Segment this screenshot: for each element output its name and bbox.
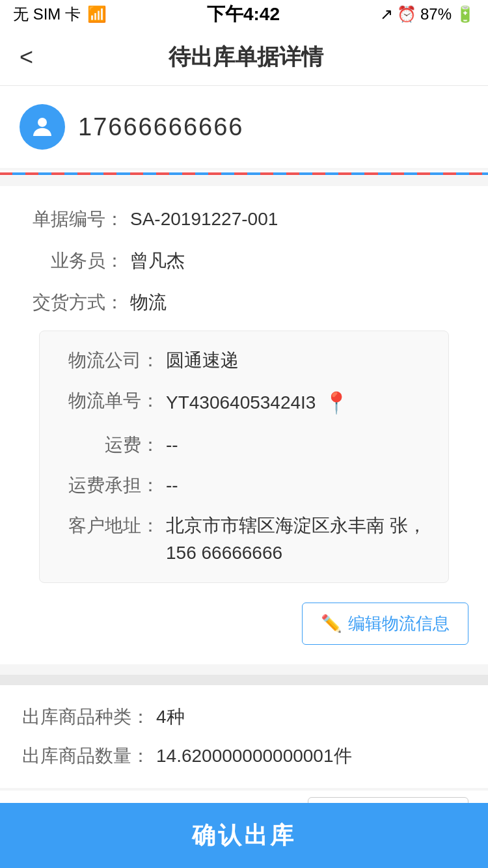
logistics-address-value: 北京市市辖区海淀区永丰南 张，156 66666666 <box>159 512 433 567</box>
edit-btn-row: ✏️ 编辑物流信息 <box>20 596 468 645</box>
status-bar: 无 SIM 卡 📶 下午4:42 ↗ ⏰ 87% 🔋 <box>0 0 488 29</box>
section-divider <box>0 675 488 685</box>
edit-icon: ✏️ <box>321 614 342 634</box>
edit-btn-label: 编辑物流信息 <box>348 612 450 635</box>
sales-person-row: 业务员： 曾凡杰 <box>20 247 468 275</box>
nav-bar: < 待出库单据详情 <box>0 29 488 86</box>
carrier-text: 无 SIM 卡 <box>13 4 81 25</box>
logistics-tracking-label: 物流单号： <box>55 387 159 414</box>
delivery-method-value: 物流 <box>124 289 468 316</box>
battery-text: 87% <box>420 5 452 23</box>
logistics-freight-value: -- <box>159 431 433 459</box>
alarm-icon: ⏰ <box>397 5 416 23</box>
goods-types-value: 4种 <box>150 705 185 729</box>
goods-quantity-value: 14.620000000000001件 <box>150 744 352 768</box>
logistics-address-label: 客户地址： <box>55 512 159 539</box>
logistics-address-row: 客户地址： 北京市市辖区海淀区永丰南 张，156 66666666 <box>55 512 433 567</box>
document-no-label: 单据编号： <box>20 206 124 233</box>
delivery-method-label: 交货方式： <box>20 289 124 316</box>
status-time: 下午4:42 <box>207 2 280 27</box>
page-title: 待出库单据详情 <box>46 42 445 72</box>
user-phone: 17666666666 <box>78 113 243 141</box>
goods-types-label: 出库商品种类： <box>20 705 150 729</box>
tracking-number-text: YT43064053424I3 <box>166 389 316 416</box>
logistics-freight-bearer-label: 运费承担： <box>55 472 159 499</box>
goods-section: 出库商品种类： 4种 出库商品数量： 14.620000000000001件 <box>0 685 488 788</box>
logistics-card: 物流公司： 圆通速递 物流单号： YT43064053424I3 📍 运费： -… <box>39 331 449 583</box>
status-right: ↗ ⏰ 87% 🔋 <box>380 5 475 23</box>
logistics-company-label: 物流公司： <box>55 347 159 374</box>
wifi-icon: 📶 <box>87 5 107 23</box>
document-no-value: SA-20191227-001 <box>124 206 468 233</box>
logistics-freight-bearer-row: 运费承担： -- <box>55 472 433 499</box>
user-section: 17666666666 <box>0 86 488 168</box>
logistics-freight-bearer-value: -- <box>159 472 433 499</box>
location-status-icon: ↗ <box>380 5 393 23</box>
goods-types-row: 出库商品种类： 4种 <box>20 705 468 729</box>
map-pin-icon[interactable]: 📍 <box>323 387 349 418</box>
battery-icon: 🔋 <box>455 5 475 23</box>
edit-logistics-button[interactable]: ✏️ 编辑物流信息 <box>302 603 468 645</box>
logistics-freight-row: 运费： -- <box>55 431 433 459</box>
goods-quantity-row: 出库商品数量： 14.620000000000001件 <box>20 744 468 768</box>
dashed-divider <box>0 170 488 176</box>
logistics-tracking-row: 物流单号： YT43064053424I3 📍 <box>55 387 433 418</box>
sales-person-value: 曾凡杰 <box>124 247 468 275</box>
confirm-btn-label: 确认出库 <box>192 820 296 852</box>
user-avatar-icon <box>29 113 56 141</box>
back-button[interactable]: < <box>20 44 33 71</box>
logistics-tracking-value: YT43064053424I3 📍 <box>159 387 433 418</box>
order-info-section: 单据编号： SA-20191227-001 业务员： 曾凡杰 交货方式： 物流 … <box>0 186 488 664</box>
confirm-bar[interactable]: 确认出库 <box>0 803 488 868</box>
delivery-method-row: 交货方式： 物流 <box>20 289 468 316</box>
sales-person-label: 业务员： <box>20 247 124 275</box>
logistics-company-value: 圆通速递 <box>159 347 433 374</box>
status-left: 无 SIM 卡 📶 <box>13 4 107 25</box>
logistics-freight-label: 运费： <box>55 431 159 459</box>
svg-point-0 <box>38 118 47 127</box>
document-no-row: 单据编号： SA-20191227-001 <box>20 206 468 233</box>
logistics-company-row: 物流公司： 圆通速递 <box>55 347 433 374</box>
avatar <box>20 104 65 150</box>
goods-quantity-label: 出库商品数量： <box>20 744 150 768</box>
